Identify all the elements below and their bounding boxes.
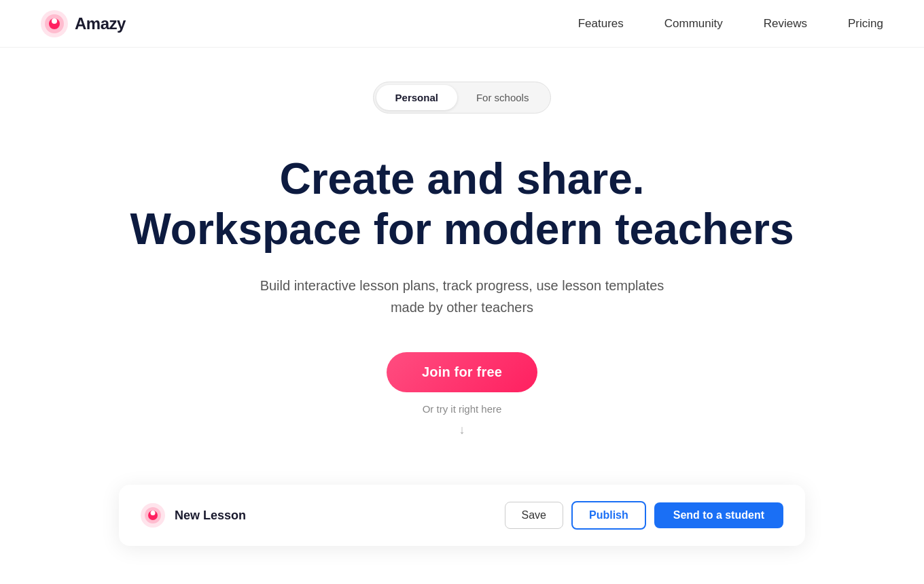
svg-point-7: [151, 511, 156, 515]
lesson-title: New Lesson: [175, 509, 246, 523]
hero-subtitle: Build interactive lesson plans, track pr…: [245, 275, 679, 318]
lesson-card-left: New Lesson: [141, 503, 246, 528]
save-button[interactable]: Save: [505, 502, 563, 529]
svg-point-3: [52, 18, 57, 24]
cta-section: Join for free Or try it right here ↓: [14, 352, 910, 437]
arrow-down-icon: ↓: [459, 423, 465, 437]
join-free-button[interactable]: Join for free: [387, 352, 537, 392]
logo-area: Amazy: [41, 10, 126, 37]
persona-toggle: Personal For schools: [373, 82, 552, 114]
publish-button[interactable]: Publish: [571, 501, 646, 530]
lesson-card: New Lesson Save Publish Send to a studen…: [119, 485, 805, 546]
toggle-container: Personal For schools: [0, 82, 924, 114]
toggle-for-schools[interactable]: For schools: [457, 85, 548, 110]
hero-section: Create and share. Workspace for modern t…: [0, 114, 924, 464]
try-text: Or try it right here: [423, 403, 502, 415]
lesson-actions: Save Publish Send to a student: [505, 501, 783, 530]
header: Amazy Features Community Reviews Pricing: [0, 0, 924, 48]
send-to-student-button[interactable]: Send to a student: [654, 502, 783, 528]
hero-title-line1: Create and share.: [279, 154, 644, 203]
lesson-card-logo-icon: [141, 503, 165, 528]
toggle-personal[interactable]: Personal: [376, 85, 457, 110]
nav-features[interactable]: Features: [578, 17, 624, 31]
amazy-logo-icon: [41, 10, 68, 37]
brand-name: Amazy: [75, 14, 126, 33]
nav-pricing[interactable]: Pricing: [848, 17, 883, 31]
nav-community[interactable]: Community: [664, 17, 723, 31]
nav-reviews[interactable]: Reviews: [764, 17, 807, 31]
hero-title: Create and share. Workspace for modern t…: [14, 154, 910, 254]
hero-title-line2: Workspace for modern teachers: [130, 205, 794, 254]
main-nav: Features Community Reviews Pricing: [578, 17, 883, 31]
